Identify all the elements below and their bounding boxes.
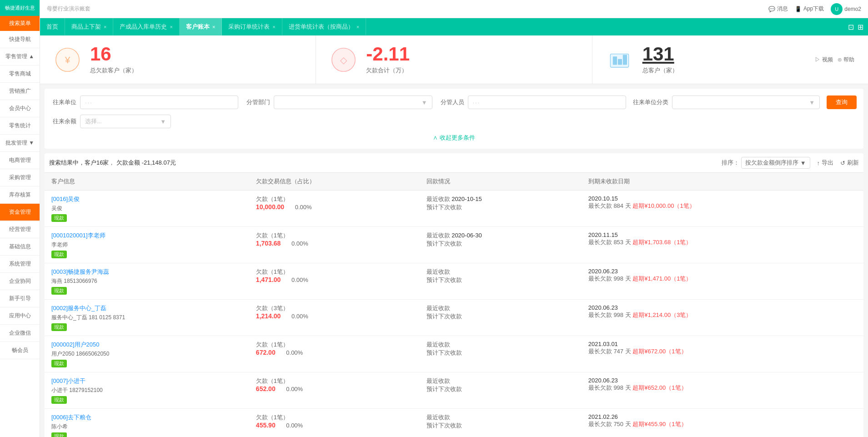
sort-arrow-icon: ▼	[800, 160, 806, 166]
video-button[interactable]: ▷ 视频	[815, 56, 833, 64]
debt-amount-2: 1,471.00	[256, 276, 281, 283]
customer-name-link-2[interactable]: [0003]畅捷服务尹海蕊	[51, 268, 109, 275]
sidebar-item-operations[interactable]: 经营管理	[0, 221, 40, 238]
sidebar-item-batch-mgmt[interactable]: 批发管理 ▼	[0, 135, 40, 152]
customer-name-link-0[interactable]: [0016]吴俊	[51, 196, 80, 202]
total-debt-label: 欠款合计（万）	[366, 66, 410, 75]
overdue-amount-1[interactable]: 超期¥1,703.68（1笔）	[632, 239, 692, 246]
sidebar-item-member-center[interactable]: 会员中心	[0, 100, 40, 117]
customer-name-link-6[interactable]: [0006]去下粮仓	[51, 414, 91, 421]
department-input[interactable]: ▼	[274, 95, 432, 109]
maximize-icon[interactable]: ⊞	[858, 23, 863, 31]
tab-customer-account-close[interactable]: ×	[212, 24, 215, 30]
sidebar-item-app-center[interactable]: 应用中心	[0, 307, 40, 325]
tab-purchase-order-close[interactable]: ×	[272, 24, 275, 30]
tab-product-history-close[interactable]: ×	[170, 24, 172, 30]
cell-customer-1: [0001020001]李老师 李老师 现款	[45, 227, 249, 263]
app-download-label: App下载	[803, 5, 824, 13]
minimize-icon[interactable]: ⊡	[848, 23, 854, 31]
sidebar-item-purchase[interactable]: 采购管理	[0, 169, 40, 186]
export-button[interactable]: ↑ 导出	[817, 159, 834, 167]
sidebar-item-enterprise-wechat[interactable]: 企业微信	[0, 325, 40, 342]
balance-label: 往来余额	[51, 117, 76, 126]
sidebar-item-enterprise-coop[interactable]: 企业协同	[0, 273, 40, 290]
sidebar-item-basic-info[interactable]: 基础信息	[0, 238, 40, 256]
overdue-amount-0[interactable]: 超期¥10,000.00（1笔）	[632, 202, 695, 209]
tab-stock-stats[interactable]: 进货单统计表（按商品） ×	[282, 18, 366, 35]
overdue-days-4: 最长欠款 747 天 超期¥672.00（1笔）	[588, 347, 857, 356]
table-row: [0003]畅捷服务尹海蕊 海燕 18513066976 现款 欠款（1笔） 1…	[45, 263, 863, 300]
sort-dropdown[interactable]: 按欠款金额倒序排序 ▼	[741, 157, 810, 169]
badge-1: 现款	[51, 251, 67, 258]
tab-purchase-order[interactable]: 采购订单统计表 ×	[222, 18, 282, 35]
refresh-button[interactable]: ↺ 刷新	[840, 159, 859, 167]
overdue-amount-4[interactable]: 超期¥672.00（1笔）	[632, 348, 687, 355]
collapse-button[interactable]: ∧ 收起更多条件	[51, 134, 857, 142]
overdue-amount-6[interactable]: 超期¥455.90（1笔）	[632, 421, 687, 427]
manager-input[interactable]: ···	[468, 95, 626, 109]
debt-percent-5: 0.00%	[286, 386, 303, 392]
customer-name-link-5[interactable]: [0007]小进干	[51, 377, 85, 384]
sidebar-item-quick-nav[interactable]: 快捷导航	[0, 31, 40, 48]
overdue-days-5: 最长欠款 998 天 超期¥652.00（1笔）	[588, 384, 857, 392]
debt-amount-4: 672.00	[256, 349, 276, 356]
quick-nav-label: 快捷导航	[9, 36, 31, 42]
customer-sub-1: 李老师	[51, 241, 242, 249]
tab-product-shelf[interactable]: 商品上下架 ×	[65, 18, 113, 35]
sidebar-item-inventory[interactable]: 库存核算	[0, 186, 40, 204]
message-button[interactable]: 💬 消息	[768, 5, 788, 13]
main-area: 母婴行业演示账套 💬 消息 📱 App下载 U demo2 首页 商品上下架 ×	[40, 0, 868, 437]
tab-home[interactable]: 首页	[40, 18, 65, 35]
help-button[interactable]: ⊙ 帮助	[838, 56, 854, 64]
app-download-button[interactable]: 📱 App下载	[795, 5, 824, 13]
avatar-icon: U	[831, 3, 843, 15]
table-row: [0006]去下粮仓 陈小希 现款 欠款（1笔） 455.90 0.00% 最近…	[45, 409, 863, 437]
message-icon: 💬	[768, 6, 775, 12]
total-customers-number: 131	[642, 45, 678, 64]
table-row: [0002]服务中心_丁磊 服务中心_丁磊 181 0125 8371 现款 欠…	[45, 300, 863, 336]
sidebar-item-retail-mgmt[interactable]: 零售管理 ▲	[0, 48, 40, 65]
tab-product-history[interactable]: 产成品入库单历史 ×	[113, 18, 179, 35]
debt-row-3: 1,214.00 0.00%	[256, 312, 413, 320]
search-menu-item[interactable]: 搜索菜单	[0, 16, 40, 31]
sidebar-item-retail-stats[interactable]: 零售统计	[0, 117, 40, 135]
customer-name-link-4[interactable]: [000002]用户2050	[51, 341, 100, 348]
tab-stock-stats-close[interactable]: ×	[356, 24, 359, 30]
sidebar-item-capital[interactable]: 资金管理	[0, 204, 40, 221]
from-unit-input[interactable]: ···	[80, 95, 238, 109]
due-date-5: 2020.06.23	[588, 377, 857, 384]
debt-row-4: 672.00 0.00%	[256, 349, 413, 356]
tab-product-shelf-close[interactable]: ×	[104, 24, 106, 30]
overdue-days-6: 最长欠款 750 天 超期¥455.90（1笔）	[588, 420, 857, 428]
message-label: 消息	[777, 5, 788, 13]
cell-due-1: 2020.11.15 最长欠款 853 天 超期¥1,703.68（1笔）	[582, 227, 863, 263]
unit-category-label: 往来单位分类	[633, 98, 668, 106]
query-button[interactable]: 查询	[827, 95, 857, 109]
sidebar-item-marketing[interactable]: 营销推广	[0, 83, 40, 100]
last-payment-0: 最近收款 2020-10-15	[426, 195, 575, 203]
app-center-label: 应用中心	[9, 312, 31, 319]
sidebar-item-new-guide[interactable]: 新手引导	[0, 290, 40, 307]
cell-debt-3: 欠款（3笔） 1,214.00 0.00%	[249, 300, 420, 336]
sidebar-item-free-member[interactable]: 畅会员	[0, 342, 40, 359]
debt-amount-1: 1,703.68	[256, 240, 281, 247]
company-name: 母婴行业演示账套	[47, 5, 90, 13]
overdue-amount-3[interactable]: 超期¥1,214.00（3笔）	[632, 311, 692, 318]
customer-name-link-3[interactable]: [0002]服务中心_丁磊	[51, 305, 106, 311]
sidebar-item-retail-mall[interactable]: 零售商城	[0, 65, 40, 83]
sidebar-item-system[interactable]: 系统管理	[0, 256, 40, 273]
balance-input[interactable]: 选择... ▼	[80, 115, 171, 128]
last-payment-4: 最近收款	[426, 341, 575, 349]
sidebar-item-ecommerce[interactable]: 电商管理	[0, 152, 40, 169]
customer-sub-0: 吴俊	[51, 205, 242, 212]
unit-category-input[interactable]: ▼	[672, 95, 820, 109]
tab-customer-account[interactable]: 客户账本 ×	[180, 18, 222, 35]
user-avatar-area[interactable]: U demo2	[831, 3, 861, 15]
overdue-amount-5[interactable]: 超期¥652.00（1笔）	[632, 384, 687, 391]
last-payment-3: 最近收款	[426, 304, 575, 312]
customer-name-link-1[interactable]: [0001020001]李老师	[51, 232, 105, 239]
svg-rect-6	[618, 59, 622, 65]
table-header-row: 客户信息 欠款交易信息（占比） 回款情况 到期未收款日期	[45, 173, 863, 191]
stat-info-total-customers: 131 总客户（家）	[642, 45, 678, 75]
overdue-amount-2[interactable]: 超期¥1,471.00（1笔）	[632, 275, 692, 282]
